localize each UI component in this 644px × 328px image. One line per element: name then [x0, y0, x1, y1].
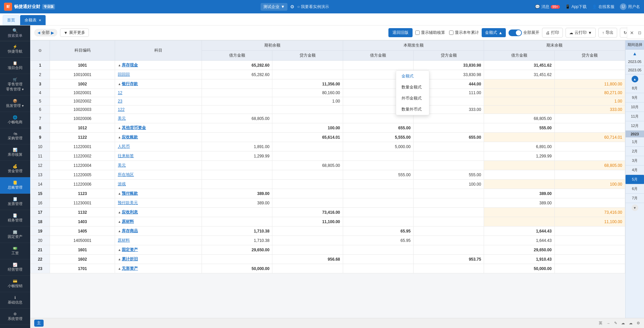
online-service-btn[interactable]: 👤 在线客服 — [592, 4, 614, 10]
table-cell-current_debit — [343, 180, 413, 189]
table-cell-name[interactable]: 12 — [115, 89, 202, 97]
table-cell-name[interactable]: ▲预付账款 — [115, 189, 202, 198]
table-cell-name[interactable]: ▲其他货币资金 — [115, 123, 202, 133]
rp-nav-up[interactable]: ▲ — [626, 50, 644, 58]
dropdown-item-fx-amount[interactable]: 外币金额式 — [396, 93, 429, 104]
table-cell-name[interactable]: 美元 — [115, 161, 202, 170]
sidebar-item-tax[interactable]: 📑 税务管理 — [0, 210, 30, 226]
show-ytd-checkbox[interactable]: 显示本年累计 — [449, 30, 479, 36]
rp-9[interactable]: 9月 — [626, 93, 644, 103]
sidebar-item-inventory[interactable]: 📊 库存核算 — [0, 144, 30, 161]
sidebar-item-retail[interactable]: 🛒 零售管理 零售管理 ▼ — [0, 74, 30, 95]
table-cell-name[interactable]: 所在地区 — [115, 170, 202, 180]
table-cell-name[interactable]: 游戏 — [115, 180, 202, 189]
status-settings-btn[interactable]: ⚙ — [637, 321, 640, 325]
status-english-btn[interactable]: 英 — [599, 321, 602, 326]
table-cell-code: 10020001 — [50, 89, 115, 97]
tab-balance-close-icon[interactable]: ✕ — [39, 18, 41, 22]
status-main-btn[interactable]: 主 — [34, 320, 44, 327]
table-cell-name[interactable]: 预付款美元 — [115, 198, 202, 208]
tab-home[interactable]: 首页 — [3, 15, 19, 25]
table-cell-name[interactable]: 人民币 — [115, 142, 202, 151]
status-edit-btn[interactable]: ✎ — [614, 321, 617, 325]
rp-nav-circle-down[interactable]: ▼ — [632, 204, 638, 211]
rp-2023-05-second[interactable]: 2023.05 — [626, 66, 644, 74]
table-cell-name[interactable]: ▲原材料 — [115, 217, 202, 226]
rp-nav-circle-up[interactable]: ▲ — [632, 76, 638, 82]
rp-5[interactable]: 5月 — [626, 175, 644, 184]
sidebar-item-project[interactable]: 📋 项目合同 — [0, 58, 30, 74]
rp-8[interactable]: 8月 — [626, 84, 644, 93]
sidebar-item-quick-nav[interactable]: ⚡ 快捷导航 — [0, 41, 30, 58]
table-cell-name[interactable]: ▲固定资产 — [115, 245, 202, 255]
sidebar-item-expense[interactable]: 💳 小畅报销 — [0, 276, 30, 292]
rp-2[interactable]: 2月 — [626, 147, 644, 156]
settings-icon[interactable]: ⚙ — [290, 4, 294, 9]
dropdown-item-amount[interactable]: 金额式 — [396, 71, 429, 82]
cloud-print-btn[interactable]: ☁ 云打印 ▼ — [566, 28, 596, 38]
sidebar-item-payroll[interactable]: 💵 工资 — [0, 243, 30, 259]
table-cell-name[interactable]: ▲无形资产 — [115, 264, 202, 273]
table-cell-name[interactable]: ▲累计折旧 — [115, 255, 202, 264]
table-cell-current_credit: 655.00 — [414, 133, 484, 142]
sidebar-item-system[interactable]: ⚙ 系统管理 — [0, 309, 30, 325]
expand-all-toggle[interactable] — [508, 29, 522, 36]
minimize-btn[interactable]: ⊡ — [637, 30, 643, 36]
table-cell-name[interactable]: 往来标签 — [115, 151, 202, 161]
rp-12[interactable]: 12月 — [626, 121, 644, 131]
rp-3[interactable]: 3月 — [626, 156, 644, 166]
table-cell-name[interactable]: ▲应收利息 — [115, 208, 202, 217]
rp-6[interactable]: 6月 — [626, 184, 644, 194]
dropdown-item-qty-amount[interactable]: 数量金额式 — [396, 82, 429, 93]
sidebar-item-purchase[interactable]: 🛍 采购管理 — [0, 128, 30, 144]
company-selector[interactable]: 测试企业 ▼ — [261, 3, 287, 11]
expand-more-btn[interactable]: ▼ 展开更多 — [60, 28, 89, 37]
table-cell-name[interactable]: 122 — [115, 106, 202, 114]
table-cell-name[interactable]: 原材料 — [115, 236, 202, 245]
sidebar-item-management[interactable]: 📈 经营管理 — [0, 259, 30, 276]
table-settings-icon[interactable]: ⚙ — [38, 48, 42, 53]
rp-10[interactable]: 10月 — [626, 103, 644, 112]
sidebar-item-fixed-assets[interactable]: 🏢 固定资产 — [0, 226, 30, 243]
sidebar-item-finance[interactable]: 💰 资金管理 — [0, 161, 30, 177]
print-btn[interactable]: 🖨 打印 — [542, 28, 563, 38]
rp-2023-05-first[interactable]: 2023.05 — [626, 58, 644, 66]
show-subsidiary-checkbox[interactable]: 显示辅助核算 — [415, 30, 445, 36]
export-btn[interactable]: ↑ 导出 — [598, 28, 617, 38]
user-btn[interactable]: U 用户名 — [620, 3, 640, 10]
table-cell-name[interactable]: ▲应收账款 — [115, 133, 202, 142]
dropdown-item-qty-fx[interactable]: 数量外币式 — [396, 104, 429, 115]
sidebar-item-invoice[interactable]: 🧾 发票管理 — [0, 194, 30, 210]
rp-11[interactable]: 11月 — [626, 112, 644, 121]
sidebar-item-ecommerce[interactable]: 🌐 小畅电商 — [0, 112, 30, 128]
table-cell-name[interactable]: ▲银行存款 — [115, 79, 202, 89]
sidebar-item-ledger[interactable]: 📒 总账管理 — [0, 177, 30, 194]
rp-4[interactable]: 4月 — [626, 166, 644, 175]
table-cell-name[interactable]: ▲库存现金 — [115, 61, 202, 70]
close-btn[interactable]: ✕ — [629, 29, 635, 36]
mode-btn[interactable]: 金额式 ▲ — [482, 28, 506, 37]
show-subsidiary-input[interactable] — [415, 30, 420, 35]
status-cloud1-btn[interactable]: ☁ — [621, 321, 625, 325]
app-download-btn[interactable]: 📱 App下载 — [565, 4, 587, 10]
message-btn[interactable]: 💬 消息 99+ — [535, 4, 560, 10]
sidebar-item-wholesale[interactable]: 📦 批发管理 ▼ — [0, 95, 30, 112]
table-cell-current_credit: 100.00 — [414, 180, 484, 189]
show-ytd-input[interactable] — [449, 30, 453, 35]
rp-1[interactable]: 1月 — [626, 137, 644, 147]
tab-balance[interactable]: 余额表 ✕ — [20, 15, 46, 25]
table-cell-code: 11220002 — [50, 151, 115, 161]
table-cell-name[interactable]: 美元 — [115, 114, 202, 123]
table-cell-name[interactable]: 23 — [115, 97, 202, 106]
rp-7[interactable]: 7月 — [626, 194, 644, 203]
sidebar-search[interactable]: 🔍 搜索菜单 — [0, 25, 30, 41]
table-cell-name[interactable]: 回回回 — [115, 70, 202, 79]
table-cell-name[interactable]: ▲库存商品 — [115, 226, 202, 236]
status-arrow-btn[interactable]: → — [606, 321, 610, 325]
demo-link[interactable]: ○ 我要看实例演示 — [297, 4, 329, 10]
filter-all-tag[interactable]: ◀ 全部 ▶ — [34, 29, 57, 37]
status-cloud2-btn[interactable]: ☁ — [629, 321, 633, 325]
sidebar-item-basic-info[interactable]: ℹ 基础信息 — [0, 292, 30, 309]
sidebar-item-enterprise[interactable]: 🤝 企业协同 — [0, 325, 30, 328]
return-old-btn[interactable]: 退回旧版 — [388, 28, 413, 37]
